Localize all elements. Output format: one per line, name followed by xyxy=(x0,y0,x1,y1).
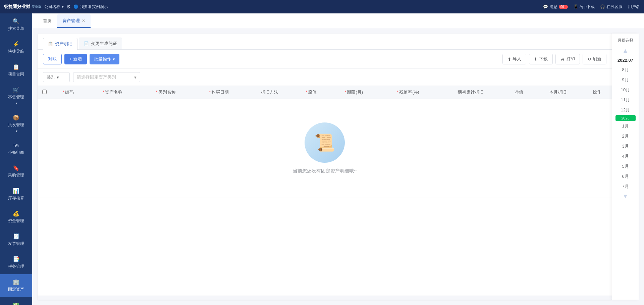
sidebar-item-label: 发票管理 xyxy=(8,241,24,247)
tab-home[interactable]: 首页 xyxy=(38,14,57,28)
col-purchase-date: *购买日期 xyxy=(192,86,246,99)
project-contract-icon: 📋 xyxy=(13,64,19,70)
user-info[interactable]: 用户名 xyxy=(628,4,640,10)
sidebar-item-search-menu[interactable]: 🔍 搜索菜单 xyxy=(0,13,32,36)
tab-close-icon[interactable]: ✕ xyxy=(82,18,85,23)
sidebar-item-payroll[interactable]: 💵 工资 xyxy=(0,297,32,305)
filter-row: 类别 ▾ 请选择固定资产类别 ▾ xyxy=(38,69,612,86)
payroll-icon: 💵 xyxy=(13,302,19,305)
batch-mgmt-icon: 📦 xyxy=(13,114,19,121)
month-item[interactable]: 7月 xyxy=(615,182,636,192)
app-subtitle: 专业版 xyxy=(32,4,42,9)
sidebar-item-invoice-mgmt[interactable]: 🧾 发票管理 xyxy=(0,228,32,251)
topbar-right: 💬 消息 99+ 📱 App下载 🎧 在线客服 用户名 xyxy=(543,4,640,10)
sidebar-item-label: 搜索菜单 xyxy=(8,26,24,32)
select-all-checkbox[interactable] xyxy=(42,90,47,94)
month-item[interactable]: 5月 xyxy=(615,161,636,171)
category-filter-input[interactable]: 请选择固定资产类别 ▾ xyxy=(73,72,140,82)
print-icon: 🖨 xyxy=(560,57,565,62)
sidebar-item-inventory[interactable]: 📊 库存核算 xyxy=(0,183,32,206)
expand-arrow-icon: ▾ xyxy=(16,129,17,133)
quick-nav-icon: ⚡ xyxy=(13,41,19,47)
table-wrap: *编码 *资产名称 *类别名称 *购买日期 折旧方法 *原值 *期限(月) *残… xyxy=(38,86,612,296)
col-depreciation-method: 折旧方法 xyxy=(246,86,294,99)
messages-button[interactable]: 💬 消息 99+ xyxy=(543,4,568,10)
sidebar-item-finance-mgmt[interactable]: 💰 资金管理 xyxy=(0,206,32,228)
sidebar-item-fixed-assets[interactable]: 🏢 固定资产 xyxy=(0,274,32,297)
finance-mgmt-icon: 💰 xyxy=(13,210,19,217)
tax-mgmt-icon: 📑 xyxy=(13,256,19,262)
sidebar: 🔍 搜索菜单 ⚡ 快捷导航 📋 项目合同 🛒 零售管理 ▾ 📦 批发管理 ▾ 🛍… xyxy=(0,13,32,305)
app-download-button[interactable]: 📱 App下载 xyxy=(573,4,595,10)
fixed-assets-icon: 🏢 xyxy=(13,279,19,285)
col-original-value: *原值 xyxy=(294,86,329,99)
retail-mgmt-icon: 🛒 xyxy=(13,87,19,93)
month-panel: 月份选择 ▲ 2022.07 8月9月10月11月12月 2023 1月2月3月… xyxy=(612,34,639,300)
month-item[interactable]: 1月 xyxy=(615,121,636,131)
download-icon: ⬇ xyxy=(534,57,538,62)
filter-label-chevron-icon: ▾ xyxy=(57,75,59,80)
category-filter-label[interactable]: 类别 ▾ xyxy=(43,72,70,82)
month-item[interactable]: 3月 xyxy=(615,141,636,151)
col-asset-name: *资产名称 xyxy=(86,86,139,99)
reconcile-button[interactable]: 对账 xyxy=(43,54,62,64)
toolbar-right: ⬆ 导入 ⬇ 下载 🖨 打印 ↻ 刷新 xyxy=(502,54,606,64)
bottom-scrollbar[interactable] xyxy=(38,296,612,300)
topbar-demo[interactable]: 🔵 我要看实例演示 xyxy=(73,4,108,10)
online-service-button[interactable]: 🎧 在线客服 xyxy=(600,4,623,10)
sidebar-item-purchase-mgmt[interactable]: 🔖 采购管理 xyxy=(0,160,32,183)
messages-badge: 99+ xyxy=(559,5,568,9)
asset-detail-icon: 📋 xyxy=(48,42,53,46)
topbar-settings[interactable]: ⚙ xyxy=(66,4,71,10)
page-content: 📋 资产明细 📄 变更生成凭证 对账 + 新增 xyxy=(32,28,644,305)
month-down-button[interactable]: ▼ xyxy=(623,192,629,201)
sidebar-item-label: 固定资产 xyxy=(8,287,24,292)
sub-tab-asset-detail[interactable]: 📋 资产明细 xyxy=(43,38,77,50)
month-item[interactable]: 11月 xyxy=(615,95,636,105)
category-input-chevron-icon: ▾ xyxy=(134,75,137,80)
col-actions: 操作 xyxy=(582,86,612,99)
col-residual-rate: *残值率(%) xyxy=(379,86,437,99)
topbar-company[interactable]: 公司名称 ▾ xyxy=(44,4,64,10)
month-item[interactable]: 9月 xyxy=(615,75,636,85)
download-button[interactable]: ⬇ 下载 xyxy=(529,54,553,64)
sidebar-item-quick-nav[interactable]: ⚡ 快捷导航 xyxy=(0,36,32,59)
month-item[interactable]: 8月 xyxy=(615,65,636,75)
toolbar: 对账 + 新增 批量操作 ▾ ⬆ 导入 xyxy=(38,50,612,69)
month-item[interactable]: 4月 xyxy=(615,151,636,161)
month-up-button[interactable]: ▲ xyxy=(623,46,629,56)
batch-ops-button[interactable]: 批量操作 ▾ xyxy=(90,54,119,64)
import-button[interactable]: ⬆ 导入 xyxy=(502,54,526,64)
empty-illustration: 📜 xyxy=(305,122,345,163)
asset-table: *编码 *资产名称 *类别名称 *购买日期 折旧方法 *原值 *期限(月) *残… xyxy=(38,86,612,198)
print-button[interactable]: 🖨 打印 xyxy=(555,54,580,64)
batch-ops-chevron-icon: ▾ xyxy=(113,57,115,62)
month-item[interactable]: 10月 xyxy=(615,85,636,95)
sub-tabs: 📋 资产明细 📄 变更生成凭证 xyxy=(38,34,612,50)
tab-bar: 首页 资产管理 ✕ xyxy=(32,13,644,28)
sidebar-item-batch-mgmt[interactable]: 📦 批发管理 ▾ xyxy=(0,110,32,138)
col-code: *编码 xyxy=(51,86,86,99)
sidebar-item-retail-mgmt[interactable]: 🛒 零售管理 ▾ xyxy=(0,82,32,110)
sidebar-item-label: 税务管理 xyxy=(8,264,24,269)
sidebar-item-label: 资金管理 xyxy=(8,218,24,224)
sidebar-item-project-contract[interactable]: 📋 项目合同 xyxy=(0,59,32,82)
ecommerce-icon: 🛍 xyxy=(13,142,19,148)
add-button[interactable]: + 新增 xyxy=(64,54,87,64)
search-menu-icon: 🔍 xyxy=(13,18,19,24)
topbar: 畅捷通好业财 专业版 公司名称 ▾ ⚙ 🔵 我要看实例演示 💬 消息 99+ 📱… xyxy=(0,0,644,13)
col-category: *类别名称 xyxy=(139,86,193,99)
tab-asset-mgmt[interactable]: 资产管理 ✕ xyxy=(57,14,91,28)
month-item[interactable]: 2月 xyxy=(615,131,636,141)
expand-arrow-icon: ▾ xyxy=(16,101,17,105)
refresh-button[interactable]: ↻ 刷新 xyxy=(583,54,606,64)
month-item[interactable]: 12月 xyxy=(615,105,636,115)
col-accum-depreciation: 期初累计折旧 xyxy=(437,86,504,99)
month-item[interactable]: 6月 xyxy=(615,171,636,182)
empty-text: 当前您还没有固定资产明细哦~ xyxy=(293,168,357,174)
refresh-icon: ↻ xyxy=(588,57,591,62)
sub-tab-change-voucher[interactable]: 📄 变更生成凭证 xyxy=(79,38,122,49)
sidebar-item-ecommerce[interactable]: 🛍 小畅电商 xyxy=(0,138,32,160)
main-layout: 🔍 搜索菜单 ⚡ 快捷导航 📋 项目合同 🛒 零售管理 ▾ 📦 批发管理 ▾ 🛍… xyxy=(0,13,644,305)
sidebar-item-tax-mgmt[interactable]: 📑 税务管理 xyxy=(0,251,32,274)
